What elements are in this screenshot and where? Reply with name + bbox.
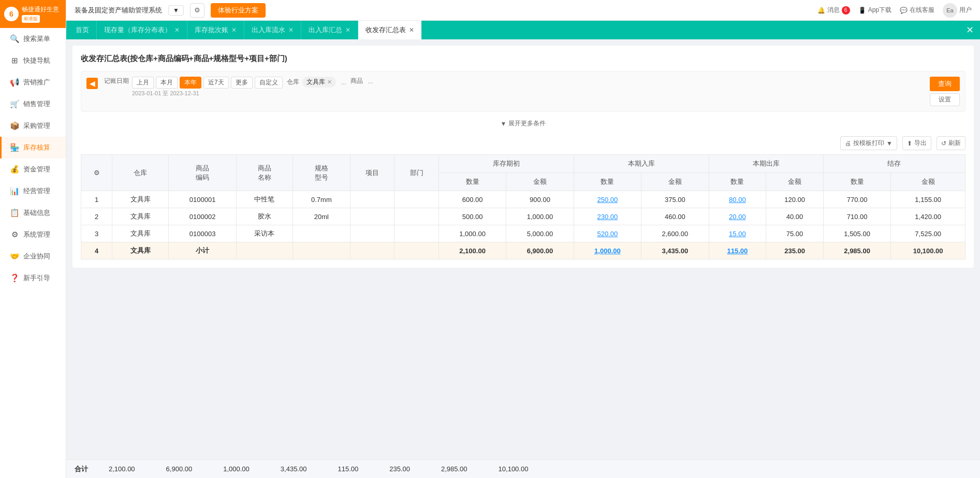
row-goods-name: 中性笔: [236, 191, 292, 208]
footer-label: 合计: [75, 465, 88, 474]
app-logo-text: 畅捷通好生意: [22, 5, 59, 14]
date-this-year-button[interactable]: 本年: [180, 77, 201, 89]
avatar: Ea: [943, 3, 957, 18]
row-out-qty[interactable]: 80.00: [709, 191, 766, 208]
user-name-label: 用户: [959, 6, 972, 15]
subtotal-row: 4 文具库 小计 2,100.00 6,900.00 1,000.00 3,43…: [81, 242, 966, 259]
date-last-month-button[interactable]: 上月: [132, 77, 154, 89]
tab-close-icon[interactable]: ✕: [231, 26, 237, 34]
goods-filter: 商品 ...: [350, 77, 373, 85]
sidebar-item-basic[interactable]: 📋 基础信息: [0, 202, 66, 224]
sidebar-item-label: 库存核算: [23, 143, 50, 152]
th-goods-name: 商品名称: [236, 155, 292, 191]
online-service-button[interactable]: 💬 在线客服: [900, 6, 934, 15]
filter-settings-button[interactable]: 设置: [930, 93, 960, 106]
tab-in-out-flow[interactable]: 出入库流水 ✕: [244, 21, 301, 39]
refresh-button[interactable]: ↺ 刷新: [937, 136, 966, 150]
row-out-qty[interactable]: 15.00: [709, 225, 766, 242]
app-download-button[interactable]: 📱 App下载: [858, 6, 891, 15]
tab-label: 现存量（库存分布表）: [104, 25, 171, 35]
row-in-qty[interactable]: 230.00: [574, 208, 641, 225]
tab-close-icon[interactable]: ✕: [345, 26, 350, 34]
goods-filter-more[interactable]: ...: [368, 78, 373, 85]
tab-close-icon[interactable]: ✕: [409, 26, 414, 34]
sidebar-item-marketing[interactable]: 📢 营销推广: [0, 71, 66, 93]
row-warehouse: 文具库: [112, 225, 169, 242]
guide-icon: ❓: [10, 273, 19, 283]
row-in-amount: 2,600.00: [641, 225, 709, 242]
th-opening-group: 库存期初: [438, 155, 574, 173]
page-content: 收发存汇总表(按仓库+商品编码+商品+规格型号+项目+部门) ◀ 记账日期 上月…: [66, 39, 980, 459]
system-select[interactable]: ▼: [168, 5, 184, 16]
row-closing-amount: 1,420.00: [891, 208, 966, 225]
row-index: 3: [81, 225, 112, 242]
filter-toggle-button[interactable]: ◀: [86, 78, 98, 89]
tab-label: 库存批次账: [195, 25, 228, 35]
enterprise-icon: 🤝: [10, 252, 19, 261]
th-in-amount: 金额: [641, 173, 709, 191]
row-goods-name: 采访本: [236, 225, 292, 242]
tab-close-icon[interactable]: ✕: [288, 26, 294, 34]
date-more-button[interactable]: 更多: [231, 77, 253, 89]
sidebar-item-sales[interactable]: 🛒 销售管理: [0, 93, 66, 115]
row-in-qty[interactable]: 250.00: [574, 191, 641, 208]
sidebar-item-label: 新手引导: [23, 273, 50, 283]
app-logo-icon: 6: [4, 7, 19, 21]
footer-closing-amount: 10,100.00: [499, 465, 529, 473]
sidebar-item-enterprise[interactable]: 🤝 企业协同: [0, 245, 66, 267]
sidebar-item-quick-nav[interactable]: ⊞ 快捷导航: [0, 50, 66, 71]
tab-stock-summary[interactable]: 收发存汇总表 ✕: [358, 21, 421, 39]
tab-inventory-dist[interactable]: 现存量（库存分布表） ✕: [97, 21, 187, 39]
sidebar-item-system[interactable]: ⚙ 系统管理: [0, 224, 66, 245]
warehouse-filter-more[interactable]: ...: [341, 79, 346, 86]
row-opening-qty: 600.00: [438, 191, 506, 208]
close-all-tabs-icon[interactable]: ✕: [962, 24, 978, 36]
sidebar-item-label: 企业协同: [23, 252, 50, 261]
export-button[interactable]: ⬆ 导出: [902, 136, 931, 150]
sidebar-item-inventory[interactable]: 🏪 库存核算: [0, 137, 66, 158]
filter-section: 记账日期 上月 本月 本年 近7天 更多 自定义 20: [104, 77, 924, 97]
sidebar-item-search[interactable]: 🔍 搜索菜单: [0, 28, 66, 50]
row-in-qty[interactable]: 520.00: [574, 225, 641, 242]
print-button[interactable]: 🖨 按模板打印 ▼: [840, 136, 897, 150]
filter-bar: ◀ 记账日期 上月 本月 本年 近7天 更多: [81, 71, 966, 112]
row-warehouse: 文具库: [112, 191, 169, 208]
sidebar-item-finance[interactable]: 💰 资金管理: [0, 158, 66, 180]
row-out-amount: 75.00: [766, 225, 824, 242]
tab-batch-ledger[interactable]: 库存批次账 ✕: [187, 21, 244, 39]
tab-in-out-summary[interactable]: 出入库汇总 ✕: [301, 21, 358, 39]
main-content: 装备及固定资产辅助管理系统 ▼ ⚙ 体验行业方案 🔔 消息 6 📱 App下载 …: [66, 0, 980, 478]
th-out-group: 本期出库: [709, 155, 823, 173]
settings-gear-icon[interactable]: ⚙: [190, 3, 204, 18]
date-custom-button[interactable]: 自定义: [255, 77, 283, 89]
sidebar-item-purchase[interactable]: 📦 采购管理: [0, 115, 66, 137]
service-icon: 💬: [900, 7, 908, 14]
row-department: [394, 225, 439, 242]
sidebar-item-label: 基础信息: [23, 208, 50, 218]
date-7days-button[interactable]: 近7天: [203, 77, 229, 89]
row-index: 1: [81, 191, 112, 208]
warehouse-tag-close-icon[interactable]: ✕: [327, 79, 332, 85]
row-out-amount: 40.00: [766, 208, 824, 225]
notification-button[interactable]: 🔔 消息 6: [817, 6, 850, 15]
user-menu-button[interactable]: Ea 用户: [943, 3, 972, 18]
subtotal-out-qty[interactable]: 115.00: [709, 242, 766, 259]
experience-button[interactable]: 体验行业方案: [211, 3, 266, 18]
page-title: 收发存汇总表(按仓库+商品编码+商品+规格型号+项目+部门): [81, 54, 966, 64]
tab-home[interactable]: 首页: [68, 21, 97, 39]
tab-close-icon[interactable]: ✕: [174, 26, 180, 34]
row-out-qty[interactable]: 20.00: [709, 208, 766, 225]
th-config[interactable]: ⚙: [81, 155, 112, 191]
grid-icon: ⊞: [10, 56, 19, 65]
footer-in-qty: 1,000.00: [223, 465, 250, 473]
subtotal-closing-qty: 2,985.00: [823, 242, 890, 259]
subtotal-in-qty[interactable]: 1,000.00: [574, 242, 641, 259]
table-toolbar: 🖨 按模板打印 ▼ ⬆ 导出 ↺ 刷新: [81, 136, 966, 150]
query-button[interactable]: 查询: [930, 77, 960, 91]
finance-icon: 💰: [10, 165, 19, 174]
expand-conditions-button[interactable]: ▼ 展开更多条件: [501, 117, 546, 130]
date-this-month-button[interactable]: 本月: [156, 77, 178, 89]
sidebar-item-guide[interactable]: ❓ 新手引导: [0, 267, 66, 289]
row-goods-spec: 20ml: [293, 208, 350, 225]
sidebar-item-operations[interactable]: 📊 经营管理: [0, 180, 66, 202]
